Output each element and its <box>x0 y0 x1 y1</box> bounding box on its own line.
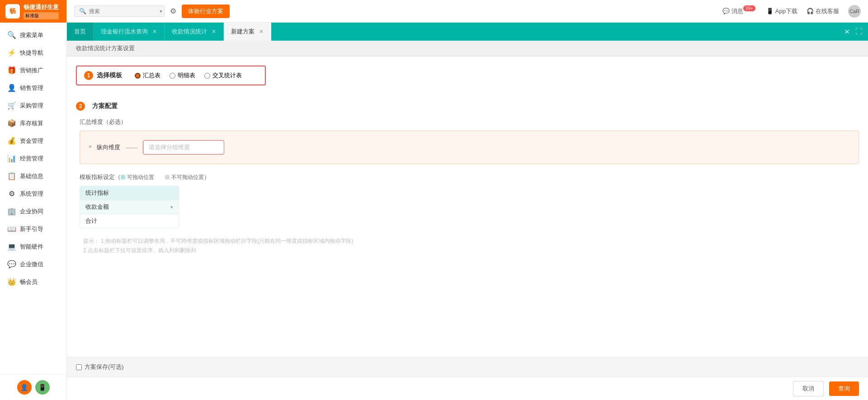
tab-collection-stats-close[interactable]: ✕ <box>212 28 216 35</box>
gear-icon[interactable]: ⚙ <box>170 7 176 15</box>
messages-btn[interactable]: 💬 消息 99+ <box>722 7 757 15</box>
search-icon: 🔍 <box>79 8 86 14</box>
section2: 2 方案配置 汇总维度（必选） * 纵向维度 —— 请选择分组维度 <box>76 102 859 254</box>
section1-title: 选择模板 <box>97 71 122 80</box>
sidebar: 畅 畅捷通好生意 标准版 🔍 搜索菜单 ⚡ 快捷导航 🎁 营销推广 👤 销售管理… <box>0 0 67 400</box>
topbar-search-box[interactable]: 🔍 ▾ <box>74 5 165 17</box>
smart-hw-icon: 💻 <box>7 242 16 251</box>
radio-cross[interactable]: 交叉统计表 <box>204 71 242 80</box>
sidebar-bottom-icon1[interactable]: 👤 <box>17 380 32 395</box>
tab-maximize-icon[interactable]: ⛶ <box>855 28 863 36</box>
template-options: 汇总表 明细表 交叉统计表 <box>135 71 242 80</box>
metrics-row-collection[interactable]: 收款金额 ▾ <box>80 200 179 214</box>
content-area: 收款情况统计方案设置 1 选择模板 汇总表 明细表 <box>67 41 868 376</box>
save-checkbox[interactable] <box>76 364 82 370</box>
save-checkbox-label[interactable]: 方案保存(可选) <box>76 363 124 371</box>
finance-icon: 💰 <box>7 136 16 145</box>
sidebar-bottom-icon2[interactable]: 📱 <box>35 380 50 395</box>
radio-summary[interactable]: 汇总表 <box>135 71 160 80</box>
radio-detail-label: 明细表 <box>178 71 195 80</box>
sidebar-item-label: 销售管理 <box>20 84 43 92</box>
tabs-bar: 首页 现金银行流水查询 ✕ 收款情况统计 ✕ 新建方案 ✕ ✕ ⛶ <box>67 23 868 41</box>
sidebar-item-sales[interactable]: 👤 销售管理 <box>0 79 66 97</box>
save-label: 方案保存(可选) <box>85 363 124 371</box>
sidebar-item-enterprise[interactable]: 🏢 企业协同 <box>0 202 66 220</box>
sidebar-item-purchase[interactable]: 🛒 采购管理 <box>0 97 66 114</box>
sidebar-item-label: 快捷导航 <box>20 49 43 57</box>
sidebar-item-marketing[interactable]: 🎁 营销推广 <box>0 61 66 79</box>
sidebar-item-quick-nav[interactable]: ⚡ 快捷导航 <box>0 44 66 61</box>
sidebar-item-wechat[interactable]: 💬 企业微信 <box>0 255 66 273</box>
sidebar-item-label: 畅会员 <box>20 278 38 286</box>
sidebar-item-label: 新手引导 <box>20 225 43 233</box>
bottom-actions: 取消 查询 <box>67 376 868 400</box>
sidebar-item-label: 经营管理 <box>20 155 43 163</box>
tab-bank-flow-label: 现金银行流水查询 <box>101 28 148 36</box>
sidebar-item-label: 基础信息 <box>20 172 43 180</box>
tab-home-label: 首页 <box>74 28 86 36</box>
tab-collection-stats[interactable]: 收款情况统计 ✕ <box>165 23 224 41</box>
sidebar-item-label: 企业协同 <box>20 207 43 216</box>
sidebar-item-member[interactable]: 👑 畅会员 <box>0 273 66 291</box>
metrics-label-close: ） <box>204 173 210 181</box>
tabs-actions: ✕ ⛶ <box>839 23 868 41</box>
purchase-icon: 🛒 <box>7 101 16 110</box>
dropdown-icon[interactable]: ▾ <box>170 204 173 210</box>
cancel-button[interactable]: 取消 <box>793 381 824 396</box>
sidebar-item-inventory[interactable]: 📦 库存核算 <box>0 114 66 132</box>
sidebar-item-operation[interactable]: 📊 经营管理 <box>0 150 66 167</box>
vertical-dimension-select[interactable]: 请选择分组维度 <box>143 140 224 155</box>
metrics-label: 模板指标设定（ <box>80 173 121 181</box>
sidebar-item-smart-hw[interactable]: 💻 智能硬件 <box>0 238 66 255</box>
sidebar-item-basic-info[interactable]: 📋 基础信息 <box>0 167 66 185</box>
sidebar-nav: 🔍 搜索菜单 ⚡ 快捷导航 🎁 营销推广 👤 销售管理 🛒 采购管理 📦 库存核… <box>0 23 66 374</box>
sales-icon: 👤 <box>7 84 16 92</box>
tab-new-plan[interactable]: 新建方案 ✕ <box>224 23 271 41</box>
form-content: 1 选择模板 汇总表 明细表 交叉统计表 <box>67 56 868 357</box>
metrics-config: 模板指标设定（ 可拖动位置 不可拖动位置 ） <box>80 173 859 228</box>
tab-new-plan-close[interactable]: ✕ <box>259 28 264 35</box>
sidebar-item-label: 系统管理 <box>20 190 43 198</box>
tab-bank-flow-close[interactable]: ✕ <box>152 28 157 35</box>
online-service-btn[interactable]: 🎧 在线客服 <box>807 7 839 15</box>
logo-text: 畅捷通好生意 标准版 <box>24 3 59 19</box>
industry-btn[interactable]: 体验行业方案 <box>182 5 230 18</box>
sidebar-item-label: 搜索菜单 <box>20 31 43 39</box>
template-selection-box: 1 选择模板 汇总表 明细表 交叉统计表 <box>76 66 266 85</box>
radio-detail-input[interactable] <box>170 73 175 79</box>
app-download-btn[interactable]: 📱 App下载 <box>766 7 797 15</box>
tab-bank-flow[interactable]: 现金银行流水查询 ✕ <box>94 23 165 41</box>
system-icon: ⚙ <box>7 189 16 198</box>
radio-cross-input[interactable] <box>204 73 210 79</box>
search-menu-icon: 🔍 <box>7 31 16 39</box>
tab-minimize-icon[interactable]: ✕ <box>844 28 850 36</box>
section1-num: 1 <box>84 71 93 80</box>
page-header: 收款情况统计方案设置 <box>67 41 868 56</box>
tab-new-plan-label: 新建方案 <box>231 28 255 36</box>
legend-movable: 可拖动位置 <box>121 174 154 181</box>
metrics-total-label: 合计 <box>85 217 97 224</box>
vertical-label: 纵向维度 <box>97 143 120 151</box>
sidebar-item-system[interactable]: ⚙ 系统管理 <box>0 185 66 202</box>
search-input[interactable] <box>89 8 157 14</box>
tip-1: 提示： 1.拖动标题栏可以调整布局，不可跨维度或指标区域拖动栏目字段(只能在同一… <box>83 237 855 245</box>
query-button[interactable]: 查询 <box>829 381 859 396</box>
sidebar-item-guide[interactable]: 📖 新手引导 <box>0 220 66 238</box>
sidebar-item-label: 智能硬件 <box>20 243 43 251</box>
tab-home[interactable]: 首页 <box>67 23 94 41</box>
sidebar-logo: 畅 畅捷通好生意 标准版 <box>0 0 66 23</box>
guide-icon: 📖 <box>7 225 16 233</box>
avatar[interactable]: CaR <box>848 5 861 18</box>
metrics-row-total: 合计 <box>80 214 179 228</box>
logo-icon: 畅 <box>5 4 20 19</box>
inventory-icon: 📦 <box>7 119 16 127</box>
search-dropdown-icon[interactable]: ▾ <box>160 8 162 14</box>
vertical-dimension-row: * 纵向维度 —— 请选择分组维度 <box>89 140 849 155</box>
metrics-table: 统计指标 收款金额 ▾ 合计 <box>80 186 179 228</box>
sidebar-item-search[interactable]: 🔍 搜索菜单 <box>0 26 66 44</box>
sidebar-item-finance[interactable]: 💰 资金管理 <box>0 132 66 150</box>
radio-summary-input[interactable] <box>135 73 141 79</box>
message-icon: 💬 <box>722 8 730 14</box>
sidebar-item-label: 企业微信 <box>20 260 43 268</box>
radio-detail[interactable]: 明细表 <box>170 71 195 80</box>
